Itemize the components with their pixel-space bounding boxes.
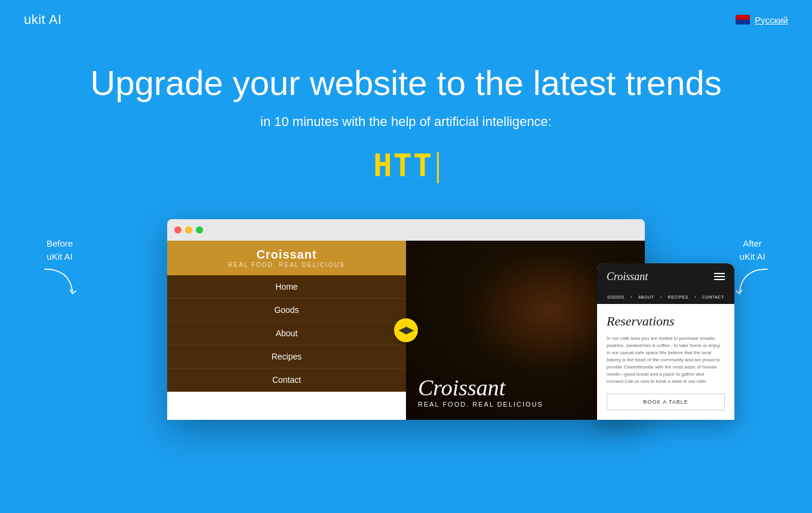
browser-container: Croissant REAL FOOD. REAL DELICIOUS Home…	[0, 219, 812, 420]
nav-item-home[interactable]: Home	[167, 275, 406, 299]
mobile-header: Croissant	[597, 263, 734, 290]
old-site-header: Croissant REAL FOOD. REAL DELICIOUS	[167, 241, 406, 275]
new-site-brand: Croissant REAL FOOD. REAL DELICIOUS	[418, 374, 633, 408]
divider-toggle-button[interactable]: ◀▶	[394, 318, 418, 342]
mobile-nav-contact[interactable]: CONTACT	[702, 295, 724, 299]
browser-dot-minimize	[185, 226, 192, 234]
typed-text-container: HTT	[24, 148, 788, 183]
language-label[interactable]: Русский	[755, 15, 788, 25]
mobile-nav-recipes[interactable]: RECIPES	[668, 295, 688, 299]
mobile-nav-goods[interactable]: GOODS	[607, 295, 625, 299]
browser-dot-close	[174, 226, 182, 234]
new-site-name: Croissant	[418, 374, 633, 401]
comparison-section: Before uKit AI After uKit AI	[0, 219, 812, 420]
nav-item-contact[interactable]: Contact	[167, 368, 406, 392]
old-site-title: Croissant	[167, 248, 406, 262]
split-view: Croissant REAL FOOD. REAL DELICIOUS Home…	[167, 241, 645, 420]
header: ukit AI Русский	[0, 0, 812, 39]
nav-item-about[interactable]: About	[167, 322, 406, 345]
mobile-nav-strip: GOODS • ABOUT • RECIPES • CONTACT	[597, 290, 734, 304]
logo: ukit AI	[24, 12, 61, 27]
mobile-section-title: Reservations	[607, 314, 725, 329]
divider-arrows-icon: ◀▶	[399, 324, 413, 336]
nav-item-recipes[interactable]: Recipes	[167, 345, 406, 368]
nav-item-goods[interactable]: Goods	[167, 299, 406, 322]
new-site-tagline: REAL FOOD. REAL DELICIOUS	[418, 401, 633, 408]
mobile-logo: Croissant	[607, 271, 648, 283]
cursor-blink	[437, 152, 439, 183]
browser-dot-fullscreen	[196, 226, 203, 234]
browser-bar	[167, 219, 645, 241]
browser-window: Croissant REAL FOOD. REAL DELICIOUS Home…	[167, 219, 645, 420]
typed-text: HTT	[373, 148, 433, 183]
hero-section: Upgrade your website to the latest trend…	[0, 39, 812, 195]
flag-icon	[736, 15, 750, 24]
hero-subtitle: in 10 minutes with the help of artificia…	[24, 114, 788, 130]
old-site-nav: Home Goods About Recipes Contact	[167, 275, 406, 392]
mobile-nav-about[interactable]: ABOUT	[638, 295, 654, 299]
old-site: Croissant REAL FOOD. REAL DELICIOUS Home…	[167, 241, 406, 420]
hamburger-icon[interactable]	[714, 273, 725, 280]
language-switcher[interactable]: Русский	[736, 15, 788, 25]
old-site-tagline: REAL FOOD. REAL DELICIOUS	[167, 262, 406, 268]
hero-title: Upgrade your website to the latest trend…	[24, 63, 788, 103]
